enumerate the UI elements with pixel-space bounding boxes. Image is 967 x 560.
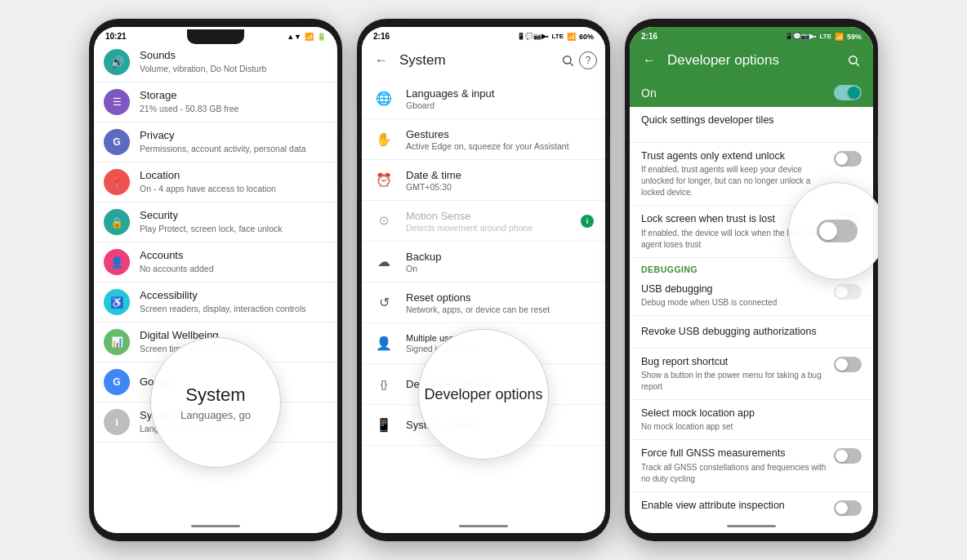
privacy-subtitle: Permissions, account activity, personal … bbox=[140, 144, 328, 155]
accounts-title: Accounts bbox=[140, 249, 328, 263]
on-row: On bbox=[630, 78, 873, 107]
circle-subtitle-1: Languages, go bbox=[180, 409, 251, 421]
settings-item-privacy[interactable]: G Privacy Permissions, account activity,… bbox=[94, 122, 337, 162]
datetime-text: Date & time GMT+05:30 bbox=[406, 169, 594, 192]
search-button-3[interactable] bbox=[842, 49, 865, 72]
security-title: Security bbox=[140, 209, 328, 223]
storage-icon-wrap: ☰ bbox=[104, 89, 130, 115]
users-icon: 👤 bbox=[373, 333, 394, 354]
dev-toolbar: ← Developer options bbox=[630, 42, 873, 78]
lte-label-3: LTE bbox=[819, 33, 831, 40]
storage-text: Storage 21% used - 50.83 GB free bbox=[140, 89, 328, 115]
nav-line-3 bbox=[727, 525, 776, 527]
motion-icon: ⚙ bbox=[373, 211, 394, 232]
system-item-backup[interactable]: ☁ Backup On bbox=[362, 242, 605, 282]
dev-item-usb[interactable]: USB debugging Debug mode when USB is con… bbox=[630, 276, 873, 316]
privacy-icon: G bbox=[113, 136, 120, 148]
accessibility-icon-wrap: ♿ bbox=[104, 289, 130, 315]
dev-item-gnss[interactable]: Force full GNSS measurements Track all G… bbox=[630, 440, 873, 491]
google-icon: G bbox=[113, 376, 120, 388]
dev-item-bug[interactable]: Bug report shortcut Show a button in the… bbox=[630, 349, 873, 400]
phone-3: 2:16 📱💬📷▶• LTE 📶 59% ← Developer options bbox=[625, 19, 878, 541]
quick-settings-title: Quick settings developer tiles bbox=[641, 113, 855, 127]
status-icons-mid-3: 📱💬📷▶• bbox=[785, 33, 817, 40]
gestures-icon: ✋ bbox=[373, 129, 394, 150]
digital-icon: 📊 bbox=[111, 336, 123, 348]
settings-item-security[interactable]: 🔒 Security Play Protect, screen lock, fa… bbox=[94, 202, 337, 242]
languages-title: Languages & input bbox=[406, 87, 594, 100]
system-item-datetime[interactable]: ⏰ Date & time GMT+05:30 bbox=[362, 160, 605, 201]
power-button bbox=[341, 133, 342, 182]
bug-title: Bug report shortcut bbox=[641, 355, 827, 368]
circle-title-2: Developer options bbox=[424, 386, 542, 403]
reset-subtitle: Network, apps, or device can be reset bbox=[406, 304, 594, 314]
datetime-title: Date & time bbox=[406, 169, 594, 181]
accessibility-title: Accessibility bbox=[140, 289, 328, 303]
back-button-2[interactable]: ← bbox=[370, 49, 393, 72]
status-icons-1: ▲▼ 📶 🔋 bbox=[287, 33, 326, 41]
datetime-icon: ⏰ bbox=[373, 170, 394, 191]
trust-title: Trust agents only extend unlock bbox=[641, 149, 827, 162]
svg-point-0 bbox=[564, 56, 571, 64]
location-subtitle: On - 4 apps have access to location bbox=[140, 184, 328, 195]
phone-3-frame: 2:16 📱💬📷▶• LTE 📶 59% ← Developer options bbox=[625, 19, 878, 541]
bug-toggle[interactable] bbox=[834, 357, 862, 372]
accounts-subtitle: No accounts added bbox=[140, 264, 328, 275]
dev-items-list: Quick settings developer tiles Trust age… bbox=[630, 107, 873, 518]
bug-knob bbox=[836, 358, 848, 371]
phone-2: 2:16 📱💬📷▶• LTE 📶 60% ← System ? bbox=[357, 19, 610, 541]
motion-badge: i bbox=[581, 215, 594, 228]
settings-item-accounts[interactable]: 👤 Accounts No accounts added bbox=[94, 242, 337, 282]
system-item-gestures[interactable]: ✋ Gestures Active Edge on, squeeze for y… bbox=[362, 119, 605, 160]
storage-title: Storage bbox=[140, 89, 328, 103]
dev-item-viewattr[interactable]: Enable view attribute inspection bbox=[630, 492, 873, 519]
bug-subtitle: Show a button in the power menu for taki… bbox=[641, 370, 827, 393]
system-item-motion[interactable]: ⚙ Motion Sense Detects movement around p… bbox=[362, 201, 605, 242]
accounts-text: Accounts No accounts added bbox=[140, 249, 328, 275]
viewattr-text: Enable view attribute inspection bbox=[641, 499, 827, 512]
settings-item-sound[interactable]: 🔊 Sounds Volume, vibration, Do Not Distu… bbox=[94, 42, 337, 82]
dev-item-quick-settings[interactable]: Quick settings developer tiles bbox=[630, 107, 873, 143]
gnss-knob bbox=[836, 450, 848, 462]
reset-text: Reset options Network, apps, or device c… bbox=[406, 291, 594, 314]
sound-icon: 🔊 bbox=[110, 56, 124, 69]
usb-toggle[interactable] bbox=[834, 284, 862, 300]
gnss-toggle[interactable] bbox=[834, 448, 862, 464]
location-text: Location On - 4 apps have access to loca… bbox=[140, 169, 328, 195]
trust-toggle[interactable] bbox=[834, 151, 862, 167]
usb-circle-toggle[interactable] bbox=[817, 220, 858, 242]
status-bar-3: 2:16 📱💬📷▶• LTE 📶 59% bbox=[630, 27, 873, 42]
accessibility-text: Accessibility Screen readers, display, i… bbox=[140, 289, 328, 315]
reset-title: Reset options bbox=[406, 291, 594, 304]
vol-up-button-2 bbox=[357, 109, 358, 141]
battery-3: 59% bbox=[847, 33, 862, 41]
dev-item-mock[interactable]: Select mock location app No mock locatio… bbox=[630, 400, 873, 440]
nav-line-1 bbox=[191, 525, 240, 527]
system-item-languages[interactable]: 🌐 Languages & input Gboard bbox=[362, 78, 605, 119]
toolbar-title-2: System bbox=[399, 52, 556, 69]
help-button-2[interactable]: ? bbox=[579, 51, 597, 69]
sysupdate-icon: 📱 bbox=[373, 415, 394, 436]
quick-settings-text: Quick settings developer tiles bbox=[641, 113, 855, 127]
usb-text: USB debugging Debug mode when USB is con… bbox=[641, 282, 827, 309]
settings-item-location[interactable]: 📍 Location On - 4 apps have access to lo… bbox=[94, 162, 337, 202]
usb-subtitle: Debug mode when USB is connected bbox=[641, 297, 827, 309]
trust-knob bbox=[836, 153, 848, 165]
phone-1: 10:21 ▲▼ 📶 🔋 🔊 Sounds Volume, v bbox=[89, 19, 342, 541]
settings-item-accessibility[interactable]: ♿ Accessibility Screen readers, display,… bbox=[94, 282, 337, 322]
signal-icon-3: 📶 bbox=[835, 33, 844, 41]
search-button-2[interactable] bbox=[556, 49, 579, 72]
signal-icon-1: ▲▼ bbox=[287, 33, 301, 41]
dev-item-revoke[interactable]: Revoke USB debugging authorizations bbox=[630, 316, 873, 349]
back-button-3[interactable]: ← bbox=[638, 49, 661, 72]
developer-toggle[interactable] bbox=[834, 85, 862, 100]
magnifier-circle-2: Developer options bbox=[418, 329, 549, 460]
viewattr-toggle[interactable] bbox=[834, 500, 862, 516]
motion-title: Motion Sense bbox=[406, 210, 581, 222]
settings-item-storage[interactable]: ☰ Storage 21% used - 50.83 GB free bbox=[94, 82, 337, 122]
mock-title: Select mock location app bbox=[641, 407, 755, 420]
sound-text: Sounds Volume, vibration, Do Not Disturb bbox=[140, 49, 328, 75]
system-item-reset[interactable]: ↺ Reset options Network, apps, or device… bbox=[362, 282, 605, 323]
phone-1-frame: 10:21 ▲▼ 📶 🔋 🔊 Sounds Volume, v bbox=[89, 19, 342, 541]
on-label: On bbox=[641, 87, 834, 100]
